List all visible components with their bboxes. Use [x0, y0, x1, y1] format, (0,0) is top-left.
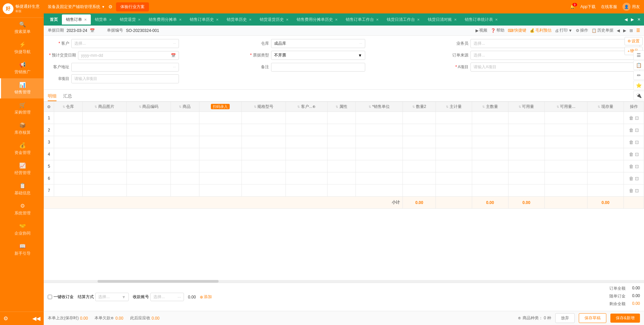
cell-6-1[interactable]: [54, 185, 83, 197]
tab-close-2[interactable]: ✕: [109, 18, 112, 22]
date-calendar-icon[interactable]: 📅: [90, 28, 95, 33]
cell-1-10[interactable]: [403, 124, 436, 136]
salesperson-input[interactable]: 选择... ···: [470, 39, 640, 48]
cell-6-6[interactable]: [241, 185, 286, 197]
cell-5-4[interactable]: [171, 172, 199, 185]
cell-0-3[interactable]: [126, 112, 171, 124]
sidebar-item-3[interactable]: 📊销售管理: [0, 78, 44, 98]
list-view-icon[interactable]: ☰: [636, 28, 640, 33]
detail-tab-1[interactable]: 汇总: [63, 92, 72, 101]
cell-6-2[interactable]: [82, 185, 126, 197]
warehouse-input[interactable]: 成品库 ···: [271, 39, 365, 48]
cell-0-6[interactable]: [241, 112, 286, 124]
copy-row-1[interactable]: ⊡: [635, 127, 639, 133]
customer-input[interactable]: 选择... ···: [71, 39, 179, 48]
edit-icon[interactable]: ✏: [633, 71, 644, 80]
sidebar-item-8[interactable]: 📋基础信息: [0, 179, 44, 199]
cell-4-13[interactable]: [508, 160, 544, 172]
profit-btn[interactable]: 💰 毛利预估: [530, 28, 552, 33]
copy-row-0[interactable]: ⊡: [635, 115, 639, 121]
cell-6-5[interactable]: [199, 185, 241, 197]
tab-close-1[interactable]: ✕: [84, 18, 87, 22]
cell-4-11[interactable]: [435, 160, 472, 172]
cell-3-12[interactable]: [472, 148, 508, 160]
tab-close-6[interactable]: ✕: [249, 18, 252, 22]
tab-3[interactable]: 销货退货✕: [116, 14, 145, 25]
cell-0-15[interactable]: [587, 112, 623, 124]
copy-row-4[interactable]: ⊡: [635, 164, 639, 169]
cell-5-6[interactable]: [241, 172, 286, 185]
tab-close-5[interactable]: ✕: [216, 18, 219, 22]
cell-0-1[interactable]: [54, 112, 83, 124]
cell-2-6[interactable]: [241, 136, 286, 148]
cell-3-14[interactable]: [544, 148, 587, 160]
nav-prev-icon[interactable]: ◀: [617, 28, 620, 33]
cell-5-15[interactable]: [587, 172, 623, 185]
tab-close-8[interactable]: ✕: [335, 18, 338, 22]
cell-0-2[interactable]: [82, 112, 126, 124]
tab-scroll-right[interactable]: ▶: [630, 16, 635, 23]
cell-1-14[interactable]: [544, 124, 587, 136]
delete-row-1[interactable]: 🗑: [629, 127, 634, 133]
tab-2[interactable]: 销货单✕: [91, 14, 116, 25]
cell-6-12[interactable]: [472, 185, 508, 197]
help-btn[interactable]: ❓ 帮助: [491, 28, 504, 33]
scan-header-btn[interactable]: 扫码录入: [211, 104, 230, 109]
tab-4[interactable]: 销售费用分摊单✕: [145, 14, 186, 25]
tab-close-9[interactable]: ✕: [376, 18, 379, 22]
cell-1-12[interactable]: [472, 124, 508, 136]
one-click-checkout-checkbox[interactable]: 一键收订金: [48, 294, 74, 300]
cell-1-1[interactable]: [54, 124, 83, 136]
sidebar-item-7[interactable]: 📈经营管理: [0, 159, 44, 179]
sidebar-item-1[interactable]: ⚡快捷导航: [0, 38, 44, 58]
cell-4-15[interactable]: [587, 160, 623, 172]
cell-1-3[interactable]: [126, 124, 171, 136]
sidebar-item-9[interactable]: ⚙系统管理: [0, 199, 44, 219]
cell-0-11[interactable]: [435, 112, 472, 124]
copy-row-6[interactable]: ⊡: [635, 188, 639, 193]
cell-3-1[interactable]: [54, 148, 83, 160]
cell-1-2[interactable]: [82, 124, 126, 136]
cell-2-3[interactable]: [126, 136, 171, 148]
cell-4-6[interactable]: [241, 160, 286, 172]
customer-address-input[interactable]: ···: [71, 63, 179, 72]
solution-button[interactable]: 体验行业方案: [116, 2, 149, 11]
app-download-link[interactable]: App下载: [580, 4, 596, 10]
cell-6-8[interactable]: [327, 185, 356, 197]
col-header-7[interactable]: ⇅ 客户...⊕: [286, 102, 327, 112]
cell-2-7[interactable]: [286, 136, 327, 148]
settings-icon[interactable]: ⚙: [3, 315, 8, 322]
cell-6-4[interactable]: [171, 185, 199, 197]
system-dropdown-arrow[interactable]: ▼: [102, 5, 105, 9]
col-header-8[interactable]: ⇅ 属性: [327, 102, 356, 112]
tab-0[interactable]: 首页: [46, 14, 62, 25]
col-header-11[interactable]: ⇅ 主计量: [435, 102, 472, 112]
col-header-1[interactable]: ⇅ 仓库: [54, 102, 83, 112]
cell-3-15[interactable]: [587, 148, 623, 160]
invoice-type-select[interactable]: 不开票 ▼: [271, 51, 365, 60]
cell-3-6[interactable]: [241, 148, 286, 160]
nav-next-icon[interactable]: ▶: [623, 28, 626, 33]
horizontal-scrollbar[interactable]: [44, 280, 644, 283]
video-btn[interactable]: ▶ 视频: [476, 28, 487, 33]
col-header-4[interactable]: ⇅ 商品: [171, 102, 199, 112]
cell-5-8[interactable]: [327, 172, 356, 185]
checkout-checkbox[interactable]: [48, 295, 52, 299]
cell-4-14[interactable]: [544, 160, 587, 172]
table-wrapper[interactable]: ⚙⇅ 仓库⇅ 商品图片⇅ 商品编码⇅ 商品扫码录入⇅ 规格型号⇅ 客户...⊕⇅…: [44, 101, 644, 280]
col-header-6[interactable]: ⇅ 规格型号: [241, 102, 286, 112]
cell-5-11[interactable]: [435, 172, 472, 185]
star-icon[interactable]: ⭐: [633, 81, 644, 90]
col-header-9[interactable]: ⇅ *销售单位: [356, 102, 403, 112]
delete-row-5[interactable]: 🗑: [629, 176, 634, 181]
delete-row-6[interactable]: 🗑: [629, 188, 634, 193]
tab-5[interactable]: 销售订单历史✕: [186, 14, 223, 25]
copy-row-2[interactable]: ⊡: [635, 139, 639, 145]
cell-3-9[interactable]: [356, 148, 403, 160]
setup-button[interactable]: ⚙ 设置: [624, 37, 643, 45]
shortcuts-btn[interactable]: ⌨ 快捷键: [508, 28, 526, 33]
cell-2-9[interactable]: [356, 136, 403, 148]
cell-4-5[interactable]: [199, 160, 241, 172]
note-input[interactable]: [271, 63, 365, 72]
col-header-14[interactable]: ⇅ 可用量...: [544, 102, 587, 112]
